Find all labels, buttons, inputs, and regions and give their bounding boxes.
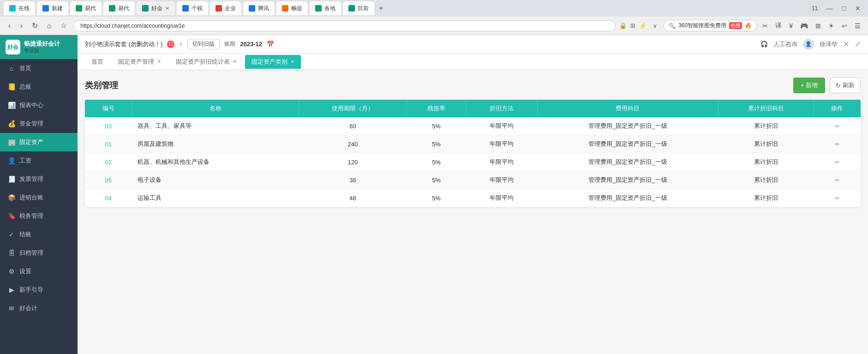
sidebar-item-reports[interactable]: 📊 报表中心	[0, 96, 78, 114]
grid-icon[interactable]: ⊞	[814, 20, 823, 31]
col-residual: 残值率	[407, 100, 466, 117]
menu-icon[interactable]: ☰	[853, 20, 862, 31]
close-window-button[interactable]: ✕	[851, 4, 864, 13]
browser-tab-10[interactable]: 各地	[310, 1, 341, 15]
cell-depreciation-4: 累计折旧	[718, 189, 814, 207]
cell-code-4[interactable]: 04	[85, 189, 132, 207]
table-row: 05 电子设备 36 5% 年限平均 管理费用_固定资产折旧_一级 累计折旧 ✏	[85, 171, 861, 189]
add-button[interactable]: + 新增	[793, 78, 825, 93]
sidebar-label-stock: 进销台账	[19, 193, 43, 202]
sidebar-label-settings: 设置	[19, 267, 31, 276]
sidebar-item-settings[interactable]: ⚙ 设置	[0, 262, 78, 281]
browser-tab-close-5[interactable]: ✕	[165, 6, 169, 12]
favicon-5	[142, 5, 149, 12]
back-button[interactable]: ‹	[6, 21, 13, 31]
sidebar-item-settlement[interactable]: ✓ 结账	[0, 225, 78, 244]
reload-button[interactable]: ↻	[29, 20, 41, 31]
table-row: 04 运输工具 48 5% 年限平均 管理费用_固定资产折旧_一级 累计折旧 ✏	[85, 189, 861, 207]
browser-tab-2[interactable]: 新建	[37, 1, 68, 15]
app-container: 好会 畅捷通好会计 专业版 ⌂ 首页 📒 总账 📊 报表中心 💰 资金管理 🏢 …	[0, 35, 868, 354]
cut-icon[interactable]: ✂	[760, 20, 770, 31]
cell-action-1[interactable]: ✏	[814, 135, 861, 153]
tab-asset-management[interactable]: 固定资产管理 ✕	[112, 55, 168, 69]
sidebar-item-stock[interactable]: 📦 进销台账	[0, 188, 78, 207]
cell-code-3[interactable]: 05	[85, 171, 132, 189]
browser-tab-4[interactable]: 易代	[103, 1, 135, 15]
cell-residual-0: 5%	[407, 117, 466, 135]
maximize-button[interactable]: □	[838, 4, 850, 13]
sidebar-item-home[interactable]: ⌂ 首页	[0, 59, 78, 78]
calendar-icon[interactable]: 📅	[267, 41, 274, 48]
tab-close-asset-mgmt[interactable]: ✕	[157, 59, 161, 65]
edit-icon-4[interactable]: ✏	[835, 195, 840, 202]
browser-tab-11[interactable]: 目前	[343, 1, 374, 15]
sidebar-item-invoice[interactable]: 🧾 发票管理	[0, 170, 78, 188]
page-title: 类别管理	[85, 80, 118, 91]
favicon-10	[315, 5, 322, 12]
tab-count-badge: 11	[809, 5, 820, 12]
guide-icon: ▶	[7, 286, 16, 294]
sidebar-item-archive[interactable]: 🗄 归档管理	[0, 244, 78, 262]
address-input[interactable]	[73, 20, 616, 31]
browser-tab-7[interactable]: 企业	[210, 1, 241, 15]
cell-code-2[interactable]: 02	[85, 153, 132, 171]
cast-icon: ⊞	[630, 22, 635, 29]
edit-icon-3[interactable]: ✏	[835, 177, 840, 184]
home-button[interactable]: ⌂	[44, 21, 54, 31]
switch-version-button[interactable]: 切到旧版	[187, 39, 220, 49]
window-close-icon[interactable]: ✕	[843, 40, 849, 48]
browser-tab-3[interactable]: 易代	[70, 1, 102, 15]
cell-expense-0: 管理费用_固定资产折旧_一级	[538, 117, 718, 135]
browser-tab-6[interactable]: 个税	[177, 1, 208, 15]
col-depreciation: 累计折旧科目	[718, 100, 814, 117]
sidebar-item-guide[interactable]: ▶ 新手引导	[0, 281, 78, 299]
minimize-button[interactable]: —	[823, 4, 837, 13]
forward-button[interactable]: ›	[17, 21, 25, 31]
search-bar[interactable]: 🔍 360智能抠图免费用 热搜 🔥	[664, 20, 757, 31]
browser-tab-1[interactable]: 在线	[4, 1, 35, 15]
window-maximize-icon[interactable]: ⤢	[855, 40, 861, 48]
cell-months-0: 60	[299, 117, 407, 135]
cell-code-1[interactable]: 01	[85, 135, 132, 153]
new-tab-button[interactable]: +	[376, 4, 386, 12]
tab-close-depreciation[interactable]: ✕	[233, 59, 237, 65]
sidebar-item-funds[interactable]: 💰 资金管理	[0, 114, 78, 133]
expand-address-button[interactable]: ∨	[650, 22, 660, 30]
cell-code-0[interactable]: 03	[85, 117, 132, 135]
bookmark-button[interactable]: ☆	[58, 20, 70, 31]
tab-label-asset-mgmt: 固定资产管理	[118, 58, 154, 66]
tab-close-category[interactable]: ✕	[290, 59, 294, 65]
cell-action-3[interactable]: ✏	[814, 171, 861, 189]
games-icon[interactable]: 🎮	[798, 20, 810, 31]
logo-title: 畅捷通好会计	[24, 40, 60, 48]
browser-tab-8[interactable]: 腾讯	[243, 1, 275, 15]
cell-action-0[interactable]: ✏	[814, 117, 861, 135]
edit-icon-0[interactable]: ✏	[835, 123, 840, 130]
service-label[interactable]: 人工咨询	[773, 40, 797, 48]
refresh-button[interactable]: ↻ 刷新	[830, 78, 861, 93]
cell-action-4[interactable]: ✏	[814, 189, 861, 207]
sidebar-item-payroll[interactable]: 👤 工资	[0, 151, 78, 170]
brightness-icon[interactable]: ☀	[826, 20, 836, 31]
edit-icon-2[interactable]: ✏	[835, 159, 840, 166]
sidebar-item-tax[interactable]: 🔖 税务管理	[0, 207, 78, 225]
translate-icon[interactable]: 译	[773, 20, 784, 32]
tab-depreciation-report[interactable]: 固定资产折旧统计表 ✕	[169, 55, 243, 69]
cell-action-2[interactable]: ✏	[814, 153, 861, 171]
wallet-icon[interactable]: ¥	[787, 20, 795, 31]
browser-tab-9[interactable]: 畅提	[276, 1, 308, 15]
sidebar-item-ledger[interactable]: 📒 总账	[0, 78, 78, 96]
favicon-2	[42, 5, 49, 12]
window-controls: 11 — □ ✕	[809, 4, 864, 13]
browser-tab-5[interactable]: 好会 ✕	[137, 1, 175, 15]
tab-home[interactable]: 首页	[85, 55, 110, 69]
edit-icon-1[interactable]: ✏	[835, 141, 840, 148]
favicon-7	[216, 5, 222, 12]
tab-category[interactable]: 固定资产类别 ✕	[245, 55, 301, 69]
dropdown-arrow-account[interactable]: ∨	[179, 41, 183, 47]
favicon-8	[249, 5, 255, 12]
refresh-icon: ↻	[836, 82, 841, 89]
sidebar-item-feedback[interactable]: ✉ 好会计	[0, 299, 78, 318]
sidebar-item-fixed-assets[interactable]: 🏢 固定资产	[0, 133, 78, 151]
undo-icon[interactable]: ↩	[840, 20, 849, 31]
